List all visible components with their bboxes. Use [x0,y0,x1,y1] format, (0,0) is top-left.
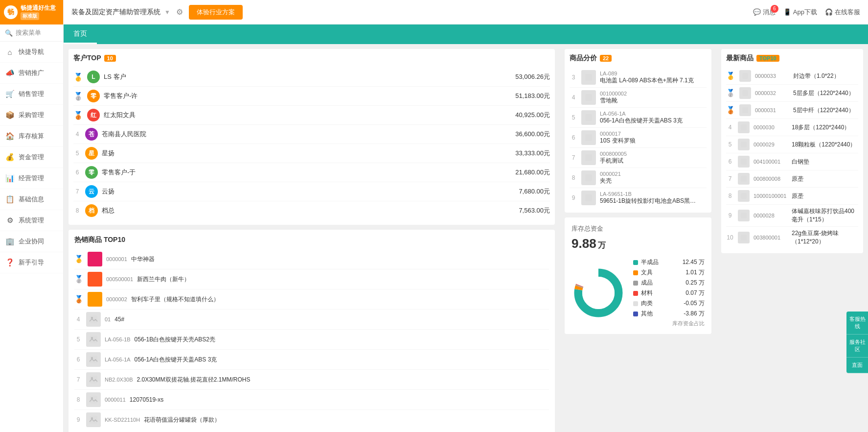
ai-chat-button[interactable]: 直面 [846,358,868,373]
new-product-code: 0000029 [754,142,788,147]
try-plan-button[interactable]: 体验行业方案 [189,5,243,20]
inventory-total: 9.88 万 [571,236,705,251]
inventory-title: 库存总资金 [571,224,705,233]
rank-number: 4 [570,94,577,101]
sidebar-item-sales[interactable]: 🛒 销售管理 [0,84,63,105]
app-download-button[interactable]: 📱 App下载 [783,8,817,17]
sidebar-item-inventory[interactable]: 🏠 库存核算 [0,126,63,147]
customer-name: 星扬 [102,149,511,158]
hot-right-product-item: 9 LA-59651-1B 59651-1B旋转投影灯电池盒ABS黑色+58壳 [570,188,707,208]
new-product-name: 原垄 [792,192,858,200]
hot-product-item: 4 01 45# [74,310,549,330]
customer-amount: 7,680.00元 [519,187,550,196]
customer-list-item: 🥉 红 红太阳文具 40,925.00元 [73,106,550,125]
customer-amount: 33,333.00元 [515,149,550,158]
inventory-amount: 9.88 [571,236,596,251]
company-icon: 🏢 [5,237,15,246]
svg-rect-12 [585,74,592,81]
new-product-image [738,210,750,221]
legend-item: 成品 0.25 万 [633,279,705,287]
svg-rect-29 [741,159,747,165]
svg-rect-6 [90,376,97,384]
legend-value: 0.25 万 [685,279,705,287]
legend-value: 1.01 万 [685,268,705,277]
svg-rect-30 [741,176,747,182]
svg-rect-33 [741,235,747,240]
rank-number: 3 [570,74,577,81]
sidebar-item-quick-nav[interactable]: ⌂ 快捷导航 [0,42,63,63]
topbar-right: 💬 消息 6 📱 App下载 🎧 在线客服 [753,8,860,17]
logo-title: 畅捷通好生意 [21,4,56,11]
svg-rect-18 [585,194,592,201]
svg-rect-31 [741,193,747,199]
svg-rect-27 [741,124,747,130]
hot-right-title: 商品分价 22 [570,54,707,63]
new-product-name: 白钢垫 [792,158,858,166]
new-product-item: 7 000800008 原垄 [726,170,858,188]
legend-value: 0.07 万 [685,289,705,297]
medal-icon: 🥇 [74,255,84,264]
product-code: 0000017 [600,131,707,137]
new-product-image [738,173,750,185]
sidebar-item-marketing[interactable]: 📣 营销推广 [0,63,63,84]
product-image-placeholder [581,150,596,165]
legend-color-dot [633,301,638,306]
customer-amount: 40,925.00元 [515,111,550,120]
sidebar-search[interactable]: 🔍 搜索菜单 [0,24,63,42]
new-product-code: 004100001 [754,159,788,165]
product-name: 电池盖 LA-089 ABS本色+黑种 7.1克 [600,76,698,85]
sidebar-item-basic[interactable]: 📋 基础信息 [0,189,63,210]
product-name: 智利车子里（规格不知道填什么） [131,295,219,304]
new-products-title-label: 最新商品 [726,54,754,63]
guide-icon: ❓ [5,258,15,267]
tab-home[interactable]: 首页 [64,24,97,44]
legend-item: 其他 -3.86 万 [633,310,705,318]
new-product-item: 9 0000028 体碱嘉枝味苏打饮品400毫升（1*15） [726,205,858,227]
rank-number: 4 [74,316,82,323]
legend-item: 文具 1.01 万 [633,268,705,277]
legend-color-dot [633,270,638,275]
legend-color-dot [633,312,638,316]
customer-list-item: 8 档 档总 7,563.00元 [73,201,550,220]
product-code: LA-056-1B [105,336,131,342]
product-code: LA-056-1A [105,357,131,362]
gear-icon[interactable]: ⚙ [176,7,183,17]
sidebar-item-company[interactable]: 🏢 企业协同 [0,231,63,252]
customer-top10-panel: 客户TOP 10 🥇 L LS 客户 53,006.26元 🥈 零 零售客户-许… [69,49,555,225]
svg-rect-26 [742,107,748,113]
legend-color-dot [633,260,638,265]
hot-product-item: 🥇 0000001 中华神器 [74,249,549,269]
sidebar-item-purchase[interactable]: 📦 采购管理 [0,105,63,126]
legend-value: -0.05 万 [684,299,705,308]
hot-product-item: 🥉 0000002 智利车子里（规格不知道填什么） [74,289,549,310]
product-code: LA-089 [600,71,707,76]
service-hotline-label: 客服热线 [849,316,866,329]
sidebar-item-finance[interactable]: 💰 资金管理 [0,147,63,168]
product-code: 000500001 [106,276,133,282]
service-hotline-button[interactable]: 客服热线 [846,312,868,335]
hot-products-right-panel: 商品分价 22 3 LA-089 电池盖 LA-089 ABS本色+黑种 7.1… [565,49,711,213]
new-product-code: 0000028 [754,213,788,218]
customer-avatar: 云 [85,185,98,198]
service-community-button[interactable]: 服务社区 [846,335,868,358]
sidebar-item-operations[interactable]: 📊 经营管理 [0,168,63,189]
message-icon: 💬 [753,8,761,16]
rank-number: 6 [73,169,81,176]
hot-right-product-item: 7 000800005 手机测试 [570,148,707,168]
online-service-button[interactable]: 🎧 在线客服 [825,8,860,17]
rank-number: 9 [570,194,577,201]
system-name-label: 装备及固定资产辅助管理系统 [71,8,160,17]
customer-name: 零售客户-许 [104,92,511,100]
service-community-label: 服务社区 [849,339,866,352]
sidebar-item-system[interactable]: ⚙ 系统管理 [0,210,63,231]
sidebar-item-guide[interactable]: ❓ 新手引导 [0,252,63,273]
product-name: 056-1A白色按键开关盖ABS 3克 [135,356,217,364]
hot-product-item: 7 NB2.0X30B 2.0X30MM双搓花轴.搓花直径2.1MM/ROHS [74,370,549,390]
topbar-system-name: 装备及固定资产辅助管理系统 ▼ [71,8,170,17]
new-product-name: 封边带（1.0*22） [793,72,858,80]
medal-icon: 🥈 [726,89,735,97]
search-icon: 🔍 [5,29,13,37]
message-button[interactable]: 💬 消息 6 [753,8,776,17]
basic-icon: 📋 [5,195,15,204]
customer-list-item: 7 云 云扬 7,680.00元 [73,182,550,201]
